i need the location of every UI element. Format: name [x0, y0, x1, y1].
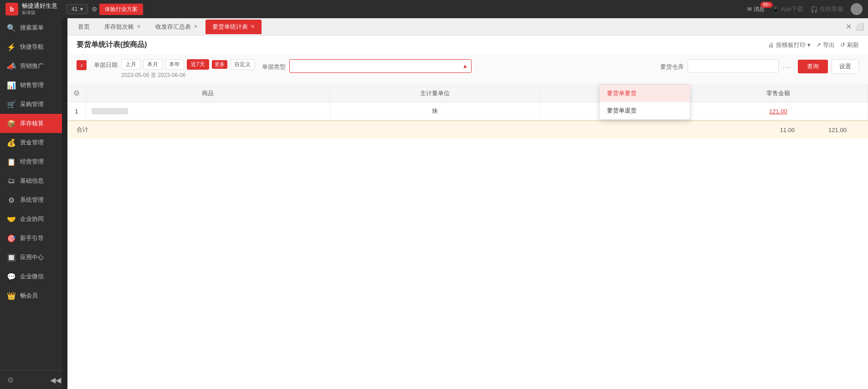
tab-label-receive-summary: 收发存汇总表 — [155, 23, 191, 31]
page-actions: 🖨 按模板打印 ▾ ↗ 导出 ↺ 刷新 — [768, 41, 859, 49]
sidebar-item-marketing[interactable]: 📣 营销推广 — [0, 56, 67, 76]
app-sub: 标准版 — [22, 10, 57, 16]
dropdown-item-order-return[interactable]: 要货单退货 — [600, 102, 690, 119]
export-icon: ↗ — [816, 41, 821, 48]
refresh-label: 刷新 — [847, 41, 859, 49]
date-btn-7days[interactable]: 近7天 — [187, 59, 209, 70]
footer-total-qty: 11.00 — [762, 127, 812, 133]
chevron-down-icon: ▾ — [80, 6, 83, 12]
sidebar-item-operations[interactable]: 📋 经营管理 — [0, 152, 67, 171]
warehouse-select-wrapper — [688, 59, 779, 73]
sidebar-item-enterprise[interactable]: 🤝 企业协同 — [0, 210, 67, 229]
date-btn-this-month[interactable]: 本月 — [143, 59, 162, 70]
download-icon: 📱 — [772, 6, 779, 13]
col-amount: 零售金额 — [688, 84, 868, 102]
col-product: 商品 — [86, 84, 330, 102]
sidebar: 🔍 搜索菜单 ⚡ 快捷导航 📣 营销推广 📊 销售管理 🛒 采购管理 📦 库存核… — [0, 18, 67, 389]
date-btn-this-year[interactable]: 本年 — [165, 59, 184, 70]
query-button[interactable]: 查询 — [798, 60, 828, 73]
close-window-icon[interactable]: ✕ — [846, 22, 852, 31]
settings-button[interactable]: 设置 — [832, 59, 859, 74]
sidebar-label-inventory: 库存核算 — [20, 119, 44, 128]
page-tab-receive-summary[interactable]: 收发存汇总表✕ — [149, 20, 205, 34]
export-btn[interactable]: ↗ 导出 — [816, 41, 835, 49]
logo-area: b 畅捷通好生意 标准版 — [5, 2, 57, 16]
warehouse-filter-label: 要货仓库 — [660, 61, 684, 71]
user-avatar[interactable] — [851, 3, 863, 15]
sidebar-item-system[interactable]: ⚙ 系统管理 — [0, 190, 67, 210]
sidebar-icon-inventory: 📦 — [7, 119, 15, 128]
sidebar-item-sales[interactable]: 📊 销售管理 — [0, 76, 67, 95]
sidebar-icon-basic-info: 🗂 — [7, 177, 15, 185]
trial-button[interactable]: 体验行业方案 — [99, 4, 143, 15]
page-tab-batch-account[interactable]: 库存批次账✕ — [98, 20, 148, 34]
message-badge: 99+ — [760, 2, 773, 8]
header-right: ✉ 消息 99+ 📱 App下载 🎧 在线客服 — [747, 3, 863, 15]
sidebar-item-basic-info[interactable]: 🗂 基础信息 — [0, 171, 67, 190]
table-settings-icon[interactable]: ⚙ — [73, 89, 80, 97]
app-download-btn[interactable]: 📱 App下载 — [772, 5, 803, 13]
sidebar-label-operations: 经营管理 — [20, 158, 44, 166]
restore-window-icon[interactable]: ⬜ — [855, 22, 864, 31]
type-dropdown-popup: 要货单要货 要货单退货 — [599, 84, 690, 120]
tab-label-home: 首页 — [78, 23, 90, 31]
message-btn[interactable]: ✉ 消息 99+ — [747, 5, 765, 13]
sidebar-item-purchase[interactable]: 🛒 采购管理 — [0, 95, 67, 114]
sidebar-label-marketing: 营销推广 — [20, 62, 44, 70]
table-row: 1 块 11.00 121.00 — [67, 102, 868, 120]
sidebar-item-inventory[interactable]: 📦 库存核算 — [0, 114, 67, 133]
sidebar-label-quick-nav: 快捷导航 — [20, 43, 44, 51]
page-title-bar: 要货单统计表(按商品) 🖨 按模板打印 ▾ ↗ 导出 ↺ 刷新 — [67, 36, 868, 55]
date-btn-custom[interactable]: 自定义 — [230, 59, 255, 70]
sidebar-label-member: 畅会员 — [20, 292, 38, 300]
page-tab-order-summary[interactable]: 要货单统计表✕ — [205, 20, 262, 34]
warehouse-filter-group: 要货仓库 ⋯ — [660, 59, 791, 73]
sidebar-item-app-center[interactable]: 🔲 应用中心 — [0, 248, 67, 267]
header-settings-icon[interactable]: ⚙ — [92, 5, 98, 13]
table-header-row: ⚙ 商品 主计量单位 主数量 零售金额 — [67, 84, 868, 102]
type-select-wrapper: ▲ 要货单要货 要货单退货 — [289, 59, 472, 73]
close-tab-order-summary[interactable]: ✕ — [251, 24, 255, 30]
page-title: 要货单统计表(按商品) — [77, 40, 147, 50]
date-btn-last-month[interactable]: 上月 — [121, 59, 140, 70]
page-tab-home[interactable]: 首页 — [71, 20, 97, 34]
filter-expand-btn[interactable]: › — [77, 60, 87, 70]
sidebar-item-search[interactable]: 🔍 搜索菜单 — [0, 18, 67, 37]
cell-amount-0[interactable]: 121.00 — [688, 102, 868, 120]
product-placeholder-0 — [92, 108, 128, 114]
header-tab-num[interactable]: 41 ▾ — [67, 4, 88, 14]
col-unit: 主计量单位 — [330, 84, 539, 102]
top-header: b 畅捷通好生意 标准版 41 ▾ ⚙ 体验行业方案 ✉ 消息 99+ 📱 Ap… — [0, 0, 868, 18]
refresh-btn[interactable]: ↺ 刷新 — [840, 41, 859, 49]
online-service-btn[interactable]: 🎧 在线客服 — [811, 5, 843, 13]
sidebar-item-member[interactable]: 👑 畅会员 — [0, 286, 67, 305]
sidebar-icon-app-center: 🔲 — [7, 253, 15, 261]
warehouse-more-btn[interactable]: ⋯ — [782, 60, 791, 72]
filter-actions: 查询 设置 — [798, 59, 859, 74]
warehouse-select-input[interactable] — [688, 59, 779, 73]
type-select-input[interactable] — [289, 59, 472, 73]
date-filter-group: 单据日期 上月 本月 本年 近7天 更多 自定义 2023-05-06 至 20… — [94, 59, 255, 79]
sidebar-scroll: 🔍 搜索菜单 ⚡ 快捷导航 📣 营销推广 📊 销售管理 🛒 采购管理 📦 库存核… — [0, 18, 67, 370]
dropdown-item-order-goods[interactable]: 要货单要货 — [600, 85, 690, 102]
sidebar-settings-icon[interactable]: ⚙ — [7, 376, 14, 384]
date-btn-row: 上月 本月 本年 近7天 更多 自定义 — [121, 59, 255, 70]
print-btn[interactable]: 🖨 按模板打印 ▾ — [768, 41, 811, 49]
sidebar-item-finance[interactable]: 💰 资金管理 — [0, 133, 67, 152]
tab-count: 41 — [72, 6, 77, 12]
sidebar-bottom: ⚙ ◀◀ — [0, 370, 67, 389]
page-content: 要货单统计表(按商品) 🖨 按模板打印 ▾ ↗ 导出 ↺ 刷新 — [67, 36, 868, 389]
sidebar-item-guide[interactable]: 🎯 新手引导 — [0, 229, 67, 248]
sidebar-item-quick-nav[interactable]: ⚡ 快捷导航 — [0, 37, 67, 56]
close-tab-receive-summary[interactable]: ✕ — [194, 24, 198, 30]
sidebar-item-wecom[interactable]: 💬 企业微信 — [0, 267, 67, 286]
sidebar-collapse-btn[interactable]: ◀◀ — [51, 375, 60, 384]
print-label: 按模板打印 — [776, 41, 806, 49]
print-icon: 🖨 — [768, 41, 774, 48]
sidebar-icon-wecom: 💬 — [7, 272, 15, 281]
date-btn-more[interactable]: 更多 — [212, 60, 227, 69]
sidebar-icon-member: 👑 — [7, 292, 15, 300]
footer-total-amount: 121.00 — [812, 127, 863, 133]
close-tab-batch-account[interactable]: ✕ — [137, 24, 141, 30]
sidebar-icon-system: ⚙ — [7, 196, 15, 204]
